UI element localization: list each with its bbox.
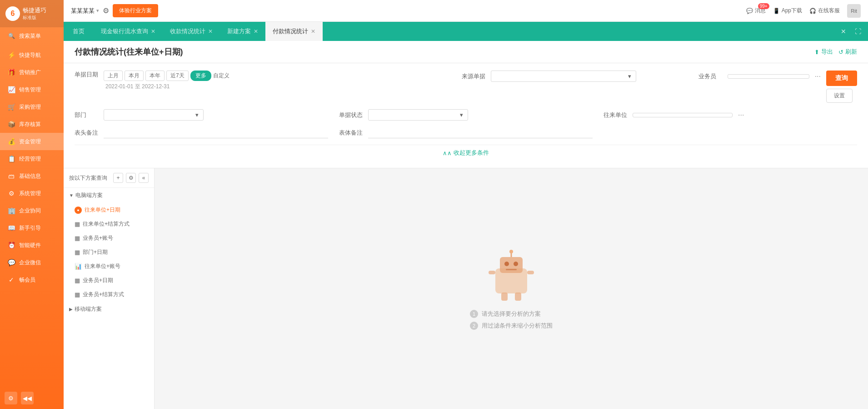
staff-label: 业务员	[698, 72, 724, 81]
add-plan-btn[interactable]: +	[113, 173, 123, 183]
funds-icon: 💰	[7, 137, 15, 146]
tab-new-close[interactable]: ✕	[254, 29, 258, 34]
filter-counterpart: 往来单位 ···	[604, 109, 857, 121]
date-btn-last-month[interactable]: 上月	[104, 71, 123, 81]
section-desktop[interactable]: ▼ 电脑端方案	[64, 188, 154, 203]
plan-item-counterpart-date[interactable]: ● 往来单位+日期	[64, 203, 154, 217]
empty-tips: 1 请先选择要分析的方案 2 用过滤条件来缩小分析范围	[470, 310, 553, 330]
left-panel-header: 按以下方案查询 + ⚙ «	[64, 168, 154, 188]
trial-btn[interactable]: 体验行业方案	[113, 4, 158, 17]
enterprise-icon: 🏢	[7, 207, 15, 215]
left-panel-header-actions: + ⚙ «	[113, 173, 149, 183]
tab-home[interactable]: 首页	[64, 22, 94, 41]
sidebar-item-wechat[interactable]: 💬 企业微信	[0, 254, 64, 271]
tab-receipts-close[interactable]: ✕	[208, 29, 213, 34]
sidebar-item-inventory[interactable]: 📦 库存核算	[0, 116, 64, 133]
sidebar-search[interactable]: 🔍 搜索菜单	[0, 27, 64, 45]
staff-ellipsis[interactable]: ···	[813, 71, 823, 82]
online-service-btn[interactable]: 🎧 在线客服	[809, 7, 840, 15]
sidebar-item-quick[interactable]: ⚡ 快捷导航	[0, 46, 64, 64]
counterpart-select[interactable]	[633, 113, 733, 117]
export-btn[interactable]: ⬆ 导出	[814, 48, 833, 56]
topbar-settings-icon[interactable]: ⚙	[103, 6, 109, 15]
refresh-btn[interactable]: ↺ 刷新	[838, 48, 857, 56]
sidebar-item-guide[interactable]: 📖 新手引导	[0, 219, 64, 237]
tab-close-all[interactable]: ✕	[837, 25, 850, 38]
sidebar-item-system[interactable]: ⚙ 系统管理	[0, 185, 64, 202]
doc-status-select[interactable]: ▾	[368, 109, 468, 121]
doc-status-label: 单据状态	[339, 111, 364, 119]
date-range: 2022-01-01 至 2022-12-31	[105, 83, 170, 91]
tab-bank[interactable]: 现金银行流水查询 ✕	[94, 22, 163, 41]
svg-rect-8	[527, 271, 534, 274]
topbar-user-area: 某某某某 ▾ ⚙ 体验行业方案	[71, 4, 741, 17]
sidebar-collapse-btn[interactable]: ◀◀	[21, 392, 34, 404]
sidebar-item-marketing[interactable]: 🎁 营销推广	[0, 64, 64, 81]
app-download-btn[interactable]: 📱 App下载	[773, 7, 802, 15]
sidebar-item-member[interactable]: ✓ 畅会员	[0, 271, 64, 288]
plan-item-staff-account[interactable]: ▦ 业务员+账号	[64, 231, 154, 245]
source-select[interactable]: ▾	[491, 71, 636, 82]
date-label: 单据日期	[75, 71, 100, 79]
dept-select[interactable]: ▾	[104, 109, 204, 121]
sidebar-item-purchase[interactable]: 🛒 采购管理	[0, 98, 64, 116]
counterpart-ellipsis[interactable]: ···	[736, 109, 746, 121]
svg-rect-10	[515, 293, 521, 301]
source-dropdown-icon: ▾	[628, 73, 631, 80]
plan-item-staff-settle[interactable]: ▦ 业务员+结算方式	[64, 288, 154, 302]
topbar-company[interactable]: 某某某某 ▾	[71, 7, 99, 15]
company-dropdown-icon[interactable]: ▾	[96, 8, 99, 14]
sidebar-item-funds[interactable]: 💰 资金管理	[0, 133, 64, 150]
left-panel: 按以下方案查询 + ⚙ « ▼ 电脑端方案 ● 往来单位+日期	[64, 168, 155, 409]
tab-receipts[interactable]: 收款情况统计 ✕	[163, 22, 220, 41]
date-btn-more[interactable]: 更多	[190, 71, 211, 81]
header-note-input[interactable]	[104, 127, 328, 138]
plan-icon-2: ▦	[75, 221, 80, 227]
sidebar-item-operations[interactable]: 📋 经营管理	[0, 150, 64, 167]
user-avatar[interactable]: Rit	[847, 4, 861, 18]
filter-dept: 部门 ▾	[75, 109, 328, 121]
plan-icon-7: ▦	[75, 291, 80, 298]
counterpart-label: 往来单位	[604, 111, 629, 119]
tab-new[interactable]: 新建方案 ✕	[220, 22, 265, 41]
date-custom[interactable]: 自定义	[213, 72, 229, 80]
plan-item-dept-date[interactable]: ▦ 部门+日期	[64, 245, 154, 259]
staff-select[interactable]	[728, 74, 809, 79]
date-btn-this-year[interactable]: 本年	[145, 71, 165, 81]
empty-robot-icon	[484, 248, 539, 303]
empty-tip-1: 1 请先选择要分析的方案	[470, 310, 553, 318]
right-area: 1 请先选择要分析的方案 2 用过滤条件来缩小分析范围	[155, 168, 868, 409]
settings-btn[interactable]: 设置	[826, 89, 853, 103]
topbar: 某某某某 ▾ ⚙ 体验行业方案 💬 消息 99+ 📱 App下载 🎧 在线客服 …	[64, 0, 868, 22]
sidebar-item-enterprise[interactable]: 🏢 企业协同	[0, 202, 64, 219]
plan-item-counterpart-account[interactable]: 📊 往来单位+账号	[64, 259, 154, 273]
manage-plan-btn[interactable]: ⚙	[126, 173, 136, 183]
tab-payments[interactable]: 付款情况统计 ✕	[265, 22, 323, 41]
guide-icon: 📖	[7, 224, 15, 232]
topbar-right: 💬 消息 99+ 📱 App下载 🎧 在线客服 Rit	[746, 4, 861, 18]
collapse-area: ∧∧ 收起更多条件	[75, 145, 857, 161]
sidebar-settings-btn[interactable]: ⚙	[5, 392, 17, 404]
tab-maximize[interactable]: ⛶	[852, 25, 864, 38]
plan-item-staff-date[interactable]: ▦ 业务员+日期	[64, 273, 154, 288]
sidebar-item-basic[interactable]: 🗃 基础信息	[0, 167, 64, 185]
plan-item-counterpart-settle[interactable]: ▦ 往来单位+结算方式	[64, 217, 154, 231]
query-btn[interactable]: 查询	[826, 71, 857, 86]
header-note-label: 表头备注	[75, 129, 100, 137]
body-note-input[interactable]	[368, 127, 593, 138]
date-btn-7days[interactable]: 近7天	[166, 71, 189, 81]
filter-row-1: 单据日期 上月 本月 本年 近7天 更多 自定义 2022-01-01 至 20…	[75, 71, 857, 103]
sidebar-item-sales[interactable]: 📈 销售管理	[0, 81, 64, 98]
logo-text: 畅捷通巧 标准版	[23, 7, 46, 20]
collapse-panel-btn[interactable]: «	[139, 173, 149, 183]
section-mobile[interactable]: ▶ 移动端方案	[64, 302, 154, 317]
filter-staff: 业务员 ···	[698, 71, 823, 82]
tab-bank-close[interactable]: ✕	[151, 29, 155, 34]
collapse-btn[interactable]: ∧∧ 收起更多条件	[443, 149, 489, 157]
tab-payments-close[interactable]: ✕	[311, 29, 315, 34]
sidebar-item-hardware[interactable]: ⏰ 智能硬件	[0, 237, 64, 254]
message-btn[interactable]: 💬 消息 99+	[746, 7, 766, 15]
doc-status-dropdown-icon: ▾	[460, 111, 463, 118]
date-btn-this-month[interactable]: 本月	[125, 71, 144, 81]
logo-icon: 6	[5, 6, 20, 21]
